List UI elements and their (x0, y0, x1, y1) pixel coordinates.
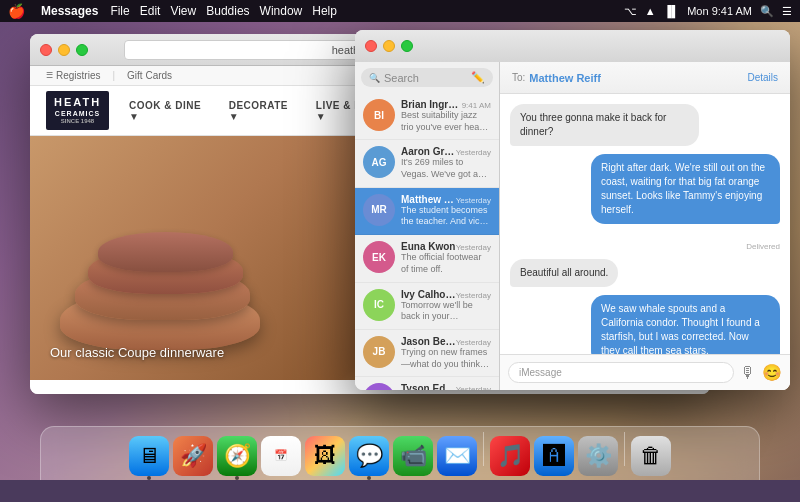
menu-buddies[interactable]: Buddies (206, 4, 249, 18)
messages-minimize[interactable] (383, 40, 395, 52)
message-bubble: Beautiful all around. (510, 259, 618, 287)
avatar: BI (363, 99, 395, 131)
compose-icon[interactable]: ✏️ (471, 71, 485, 84)
systemprefs-icon: ⚙️ (585, 443, 612, 469)
conv-time: Yesterday (456, 243, 491, 252)
hero-caption: Our classic Coupe dinnerware (50, 345, 224, 360)
dock-item-calendar[interactable]: 📅 (261, 436, 301, 476)
conv-content: Aaron Grave... Yesterday It's 269 miles … (401, 146, 491, 180)
dock-item-messages[interactable]: 💬 (349, 436, 389, 476)
bowl-4 (98, 232, 233, 272)
message-bubble: Right after dark. We're still out on the… (591, 154, 780, 224)
dock-item-mail[interactable]: ✉️ (437, 436, 477, 476)
gift-cards-link[interactable]: Gift Cards (127, 70, 172, 81)
conv-name: Aaron Grave... (401, 146, 456, 157)
clock: Mon 9:41 AM (687, 5, 752, 17)
conversation-item-active[interactable]: MR Matthew Raff Yesterday The student be… (355, 188, 499, 235)
delivered-timestamp: Delivered (510, 242, 780, 251)
chat-header: To: Matthew Reiff Details (500, 62, 790, 94)
maximize-button[interactable] (76, 44, 88, 56)
conv-content: Brian Ingram 9:41 AM Best suitability ja… (401, 99, 491, 133)
menu-help[interactable]: Help (312, 4, 337, 18)
dock-running-indicator (235, 476, 239, 480)
conversation-item[interactable]: TE Tyson Edwar... Yesterday We'll leave … (355, 377, 499, 390)
dock: 🖥 🚀 🧭 📅 🖼 💬 📹 ✉️ 🎵 � (40, 422, 760, 480)
dock-item-appstore[interactable]: 🅰 (534, 436, 574, 476)
conversation-item[interactable]: IC Ivy Calhoun Yesterday Tomorrow we'll … (355, 283, 499, 330)
messages-maximize[interactable] (401, 40, 413, 52)
calendar-icon: 📅 (274, 449, 288, 462)
avatar: TE (363, 383, 395, 390)
conv-preview: It's 269 miles to Vegas. We've got a ful… (401, 157, 491, 180)
messages-close[interactable] (365, 40, 377, 52)
conv-content: Tyson Edwar... Yesterday We'll leave the… (401, 383, 491, 390)
dock-item-finder[interactable]: 🖥 (129, 436, 169, 476)
nav-cook-dine[interactable]: COOK & DINE ▼ (129, 100, 213, 122)
details-button[interactable]: Details (747, 72, 778, 83)
conv-time: Yesterday (456, 291, 491, 300)
menu-file[interactable]: File (110, 4, 129, 18)
conv-content: Euna Kwon Yesterday The official footwea… (401, 241, 491, 275)
conv-time: Yesterday (456, 148, 491, 157)
conversation-item[interactable]: JB Jason Bettin... Yesterday Trying on n… (355, 330, 499, 377)
minimize-button[interactable] (58, 44, 70, 56)
avatar: MR (363, 194, 395, 226)
avatar: IC (363, 289, 395, 321)
dock-item-trash[interactable]: 🗑 (631, 436, 671, 476)
dock-item-safari[interactable]: 🧭 (217, 436, 257, 476)
apple-menu[interactable]: 🍎 (8, 3, 25, 19)
avatar: AG (363, 146, 395, 178)
dock-item-facetime[interactable]: 📹 (393, 436, 433, 476)
conversation-item[interactable]: EK Euna Kwon Yesterday The official foot… (355, 235, 499, 282)
registries-link[interactable]: ☰ Registries (46, 70, 100, 81)
app-name[interactable]: Messages (41, 4, 98, 18)
dock-item-systemprefs[interactable]: ⚙️ (578, 436, 618, 476)
message-bubble: You three gonna make it back for dinner? (510, 104, 699, 146)
conv-time: Yesterday (456, 385, 491, 390)
spotlight-icon[interactable]: 🔍 (760, 5, 774, 18)
conv-preview: The student becomes the teacher. And vic… (401, 205, 491, 228)
menu-view[interactable]: View (170, 4, 196, 18)
chat-messages: You three gonna make it back for dinner?… (500, 94, 790, 354)
search-box[interactable]: 🔍 Search ✏️ (361, 68, 493, 87)
menu-window[interactable]: Window (260, 4, 303, 18)
search-placeholder: Search (384, 72, 419, 84)
conv-time: Yesterday (456, 196, 491, 205)
facetime-icon: 📹 (400, 443, 427, 469)
notification-icon[interactable]: ☰ (782, 5, 792, 18)
conv-name: Brian Ingram (401, 99, 462, 110)
nav-decorate[interactable]: DECORATE ▼ (229, 100, 300, 122)
messages-titlebar (355, 30, 790, 62)
conv-preview: Best suitability jazz trio you've ever h… (401, 110, 491, 133)
menu-edit[interactable]: Edit (140, 4, 161, 18)
conv-preview: Trying on new frames—what do you think o… (401, 347, 491, 370)
message-bubble: We saw whale spouts and a California con… (591, 295, 780, 354)
dock-separator (483, 432, 484, 466)
emoji-icon[interactable]: 😊 (762, 363, 782, 382)
messages-sidebar: 🔍 Search ✏️ BI Brian Ingram 9:41 AM (355, 62, 500, 390)
heath-logo: HEATH CERAMICS SINCE 1948 (46, 91, 109, 130)
messages-window: 🔍 Search ✏️ BI Brian Ingram 9:41 AM (355, 30, 790, 390)
desktop: heathceramics.com ↻ ‹ › ☰ Registries | G… (0, 22, 800, 480)
conv-name: Tyson Edwar... (401, 383, 456, 390)
close-button[interactable] (40, 44, 52, 56)
dock-item-music[interactable]: 🎵 (490, 436, 530, 476)
conversation-item[interactable]: BI Brian Ingram 9:41 AM Best suitability… (355, 93, 499, 140)
appstore-icon: 🅰 (543, 443, 565, 469)
microphone-icon[interactable]: 🎙 (740, 364, 756, 382)
wifi-icon: ▲ (645, 5, 656, 17)
conversation-item[interactable]: AG Aaron Grave... Yesterday It's 269 mil… (355, 140, 499, 187)
dock-running-indicator (367, 476, 371, 480)
dock-item-photos[interactable]: 🖼 (305, 436, 345, 476)
messages-icon: 💬 (356, 443, 383, 469)
chat-input[interactable]: iMessage (508, 362, 734, 383)
avatar: EK (363, 241, 395, 273)
dock-item-launchpad[interactable]: 🚀 (173, 436, 213, 476)
safari-icon: 🧭 (224, 443, 251, 469)
menubar: 🍎 Messages File Edit View Buddies Window… (0, 0, 800, 22)
launchpad-icon: 🚀 (180, 443, 207, 469)
mail-icon: ✉️ (444, 443, 471, 469)
battery-icon: ▐▌ (664, 5, 680, 17)
conv-name: Matthew Raff (401, 194, 456, 205)
conv-content: Matthew Raff Yesterday The student becom… (401, 194, 491, 228)
